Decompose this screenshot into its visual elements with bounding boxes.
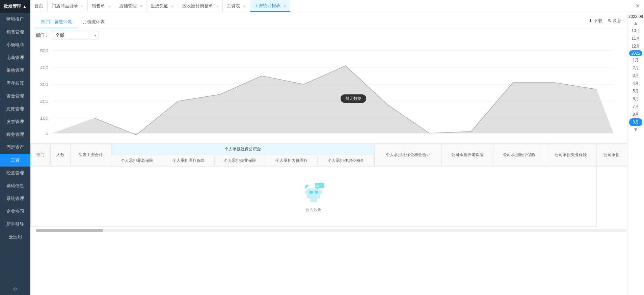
timeline-month-8月[interactable]: 8月 — [629, 111, 642, 118]
page-content: 部门工资统计表月份统计表 ⬇ 下载 ↻ 刷新 部门： 全 — [30, 12, 627, 295]
table-header-personal-unemployment: 个人承担失业保险 — [214, 155, 266, 167]
main-area: 首页门店商品目录×销售单×店铺管理×生成凭证×应收应付调整单×工资表×工资统计报… — [30, 0, 644, 295]
tab-close-icon[interactable]: × — [140, 4, 142, 8]
timeline-month-3月[interactable]: 3月 — [629, 72, 642, 80]
gear-icon: ⚙ — [13, 287, 17, 292]
sidebar-item-基础信息[interactable]: 基础信息 — [0, 179, 30, 192]
content-area: 部门工资统计表月份统计表 ⬇ 下载 ↻ 刷新 部门： 全 — [30, 12, 644, 295]
tab-label: 生成凭证 — [151, 3, 168, 9]
sidebar-item-总账管理[interactable]: 总账管理 — [0, 102, 30, 115]
close-window-button[interactable]: ✕ — [634, 2, 641, 10]
timeline-month-1月[interactable]: 1月 — [629, 56, 642, 64]
svg-text:0: 0 — [46, 131, 48, 136]
tab-close-icon[interactable]: × — [81, 4, 83, 8]
tab-label: 首页 — [34, 3, 43, 9]
table-header-personal-large-medical: 个人承担大额医疗 — [266, 155, 318, 167]
tab-close-icon[interactable]: × — [108, 4, 110, 8]
sidebar: 批发管理 ▲ 营销推广销售管理小畅电商电商管理采购管理库存核算资金管理总账管理发… — [0, 0, 30, 295]
tab-label: 工资统计报表 — [254, 3, 280, 9]
svg-text:500: 500 — [40, 49, 48, 53]
sidebar-item-系统管理[interactable]: 系统管理 — [0, 192, 30, 205]
sidebar-item-新手引导[interactable]: 新手引导 — [0, 218, 30, 231]
sidebar-item-工资[interactable]: 工资 — [0, 154, 30, 167]
scroll-track[interactable] — [30, 227, 627, 235]
svg-text:300: 300 — [40, 82, 48, 87]
timeline-month-5月[interactable]: 5月 — [629, 87, 642, 95]
settings-button[interactable]: ⚙ — [0, 283, 30, 295]
tab-生成凭证[interactable]: 生成凭证× — [146, 0, 178, 12]
table-header-company-medical: 公司承担医疗保险 — [493, 144, 545, 167]
table-header-personal-insurance-group: 个人承担社保公积金 — [111, 144, 374, 155]
sidebar-item-税务管理[interactable]: 税务管理 — [0, 128, 30, 141]
timeline-month-10月[interactable]: 10月 — [629, 27, 642, 35]
dept-select[interactable]: 全部 — [52, 31, 99, 39]
sidebar-item-营销推广[interactable]: 营销推广 — [0, 13, 30, 26]
timeline-month-9月[interactable]: 9月 — [629, 118, 642, 126]
sidebar-item-资金管理[interactable]: 资金管理 — [0, 90, 30, 102]
table-header-personal-medical: 个人承担医疗保险 — [163, 155, 214, 167]
svg-text:100: 100 — [40, 116, 48, 120]
timeline-nav-up[interactable]: ▲ — [633, 20, 639, 27]
timeline-year-label[interactable]: 2022.09 — [627, 13, 644, 20]
timeline-months: 10月11月12月20221月2月3月4月5月6月7月8月9月 — [629, 27, 642, 126]
dept-select-wrap: 全部 — [52, 31, 99, 39]
sub-tab-月份统计表[interactable]: 月份统计表 — [77, 16, 110, 28]
sidebar-item-销售管理[interactable]: 销售管理 — [0, 26, 30, 38]
sidebar-item-电商管理[interactable]: 电商管理 — [0, 51, 30, 64]
scroll-bar-thumb[interactable] — [36, 229, 103, 232]
svg-rect-13 — [307, 188, 320, 199]
empty-state-row: CE 暂无数据 — [31, 167, 597, 227]
tab-close-icon[interactable]: × — [243, 4, 245, 8]
empty-robot-icon: CE — [300, 180, 327, 207]
tab-actions: ✕ — [632, 2, 644, 10]
download-button[interactable]: ⬇ 下载 — [589, 18, 602, 24]
tab-close-icon[interactable]: × — [284, 4, 286, 8]
sidebar-header[interactable]: 批发管理 ▲ — [0, 0, 30, 13]
tab-店铺管理[interactable]: 店铺管理× — [115, 0, 146, 12]
tab-销售单[interactable]: 销售单× — [88, 0, 115, 12]
refresh-button[interactable]: ↻ 刷新 — [608, 18, 622, 24]
tab-label: 工资表 — [227, 3, 240, 9]
sidebar-title: 批发管理 — [4, 3, 21, 9]
scroll-bar-area[interactable] — [36, 229, 627, 232]
sidebar-item-企业协同[interactable]: 企业协同 — [0, 205, 30, 218]
tab-close-icon[interactable]: × — [171, 4, 173, 8]
tab-首页[interactable]: 首页 — [30, 0, 48, 12]
tab-label: 店铺管理 — [119, 3, 137, 9]
data-table: 部门 人数 应发工资合计 个人承担社保公积金 个人承担社保公积金合计 公司承担养… — [30, 143, 627, 227]
tab-门店商品目录[interactable]: 门店商品目录× — [48, 0, 88, 12]
sidebar-item-采购管理[interactable]: 采购管理 — [0, 64, 30, 77]
sidebar-arrow-icon: ▲ — [23, 4, 27, 9]
timeline-month-2月[interactable]: 2月 — [629, 64, 642, 72]
sidebar-items: 营销推广销售管理小畅电商电商管理采购管理库存核算资金管理总账管理发票管理税务管理… — [0, 13, 30, 243]
refresh-icon: ↻ — [608, 18, 612, 23]
timeline-month-7月[interactable]: 7月 — [629, 103, 642, 111]
timeline-month-12月[interactable]: 12月 — [629, 42, 642, 50]
sidebar-item-库存核算[interactable]: 库存核算 — [0, 77, 30, 90]
sidebar-item-小畅电商[interactable]: 小畅电商 — [0, 38, 30, 51]
svg-rect-16 — [305, 190, 307, 194]
svg-rect-18 — [310, 199, 317, 202]
sidebar-item-发票管理[interactable]: 发票管理 — [0, 115, 30, 128]
timeline-month-6月[interactable]: 6月 — [629, 95, 642, 103]
sidebar-item-经营管理[interactable]: 经营管理 — [0, 167, 30, 179]
tab-应收应付调整单[interactable]: 应收应付调整单× — [178, 0, 223, 12]
empty-state: CE 暂无数据 — [31, 167, 596, 226]
timeline-year-2022[interactable]: 2022 — [629, 50, 642, 56]
sub-tab-部门工资统计表[interactable]: 部门工资统计表 — [36, 16, 77, 28]
table-header-count: 人数 — [50, 144, 70, 167]
refresh-label: 刷新 — [613, 18, 622, 24]
timeline-nav-down[interactable]: ▼ — [633, 126, 639, 134]
timeline-month-11月[interactable]: 11月 — [629, 35, 642, 42]
tab-close-icon[interactable]: × — [216, 4, 218, 8]
timeline-month-4月[interactable]: 4月 — [629, 80, 642, 87]
table-area[interactable]: 部门 人数 应发工资合计 个人承担社保公积金 个人承担社保公积金合计 公司承担养… — [30, 143, 627, 295]
sidebar-item-云应用[interactable]: 云应用 — [0, 231, 30, 243]
table-header-company-unemployment: 公司承担失业保险 — [545, 144, 597, 167]
tab-工资统计报表[interactable]: 工资统计报表× — [250, 0, 290, 12]
tab-工资表[interactable]: 工资表× — [223, 0, 250, 12]
svg-marker-12 — [53, 66, 614, 135]
table-header-personal-insurance-total: 个人承担社保公积金合计 — [374, 144, 442, 167]
table-header-dept: 部门 — [31, 144, 51, 167]
sidebar-item-固定资产[interactable]: 固定资产 — [0, 141, 30, 154]
